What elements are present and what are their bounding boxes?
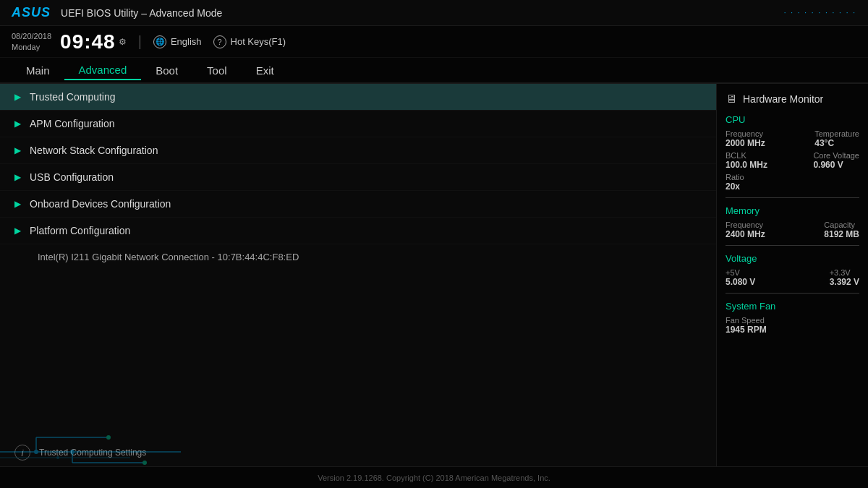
language-label: English bbox=[171, 36, 202, 47]
sub-item-label: Intel(R) I211 Gigabit Network Connection… bbox=[38, 252, 299, 262]
hw-monitor-title: Hardware Monitor bbox=[743, 93, 823, 105]
menu-item-label: USB Configuration bbox=[30, 171, 114, 183]
memory-row: Frequency 2400 MHz Capacity 8192 MB bbox=[726, 221, 859, 239]
monitor-icon: 🖥 bbox=[726, 93, 737, 106]
nav-item-advanced[interactable]: Advanced bbox=[64, 61, 142, 80]
time-display: 09:48 bbox=[60, 30, 116, 53]
hw-divider-memory bbox=[726, 245, 859, 246]
cpu-bclk-row: BCLK 100.0 MHz Core Voltage 0.960 V bbox=[726, 151, 859, 170]
fan-speed-label: Fan Speed bbox=[726, 316, 767, 325]
separator: | bbox=[138, 33, 142, 50]
arrow-icon: ▶ bbox=[14, 119, 21, 129]
svg-point-6 bbox=[70, 450, 75, 454]
main-layout: ▶ Trusted Computing ▶ APM Configuration … bbox=[0, 84, 868, 466]
svg-point-7 bbox=[106, 435, 111, 440]
cpu-bclk-label: BCLK bbox=[726, 151, 767, 160]
hotkeys-button[interactable]: ? Hot Keys(F1) bbox=[213, 35, 286, 48]
memory-frequency-label: Frequency bbox=[726, 221, 765, 229]
menu-item-label: Onboard Devices Configuration bbox=[30, 198, 171, 210]
header-title: UEFI BIOS Utility – Advanced Mode bbox=[61, 7, 222, 19]
cpu-ratio-value: 20x bbox=[726, 181, 744, 192]
arrow-icon: ▶ bbox=[14, 226, 21, 236]
fan-section-title: System Fan bbox=[726, 301, 859, 312]
cpu-ratio-row: Ratio 20x bbox=[726, 173, 859, 192]
memory-capacity-label: Capacity bbox=[824, 221, 859, 229]
menu-item-onboard[interactable]: ▶ Onboard Devices Configuration bbox=[0, 191, 716, 218]
voltage-section-title: Voltage bbox=[726, 253, 859, 264]
circuit-decoration-bottom bbox=[0, 430, 217, 466]
asus-logo: ASUS bbox=[12, 5, 51, 20]
globe-icon: 🌐 bbox=[153, 35, 166, 48]
fan-row: Fan Speed 1945 RPM bbox=[726, 316, 859, 335]
nav-item-main[interactable]: Main bbox=[12, 61, 64, 80]
arrow-icon: ▶ bbox=[14, 199, 21, 209]
hw-divider-cpu bbox=[726, 197, 859, 198]
cpu-temperature-label: Temperature bbox=[814, 129, 859, 138]
gear-icon[interactable]: ⚙ bbox=[119, 37, 127, 47]
cpu-core-voltage-label: Core Voltage bbox=[813, 151, 859, 160]
fan-speed-value: 1945 RPM bbox=[726, 325, 767, 335]
date: 08/20/2018 bbox=[12, 31, 51, 41]
sub-item-network: Intel(R) I211 Gigabit Network Connection… bbox=[0, 244, 716, 270]
memory-capacity-value: 8192 MB bbox=[824, 229, 859, 239]
menu-item-label: Platform Configuration bbox=[30, 225, 130, 236]
cpu-temperature-value: 43°C bbox=[814, 138, 859, 148]
cpu-frequency-value: 2000 MHz bbox=[726, 138, 765, 148]
svg-point-10 bbox=[56, 456, 59, 459]
language-button[interactable]: 🌐 English bbox=[153, 35, 202, 48]
menu-item-label: Trusted Computing bbox=[30, 91, 116, 103]
menu-item-usb[interactable]: ▶ USB Configuration bbox=[0, 164, 716, 191]
footer: Version 2.19.1268. Copyright (C) 2018 Am… bbox=[0, 466, 868, 488]
cpu-frequency-label: Frequency bbox=[726, 129, 765, 138]
memory-frequency-value: 2400 MHz bbox=[726, 229, 765, 239]
nav-item-boot[interactable]: Boot bbox=[141, 61, 192, 80]
svg-point-8 bbox=[142, 461, 147, 465]
help-icon: ? bbox=[213, 35, 226, 48]
memory-section-title: Memory bbox=[726, 205, 859, 216]
datetime-bar: 08/20/2018 Monday 09:48 ⚙ | 🌐 English ? … bbox=[0, 26, 868, 58]
v33-value: 3.392 V bbox=[830, 277, 859, 287]
menu-item-trusted-computing[interactable]: ▶ Trusted Computing bbox=[0, 84, 716, 111]
svg-point-5 bbox=[34, 450, 38, 454]
date-info: 08/20/2018 Monday bbox=[12, 31, 51, 52]
day: Monday bbox=[12, 42, 51, 52]
cpu-section-title: CPU bbox=[726, 114, 859, 125]
menu-item-apm[interactable]: ▶ APM Configuration bbox=[0, 111, 716, 137]
nav-item-exit[interactable]: Exit bbox=[242, 61, 289, 80]
header-bar: ASUS UEFI BIOS Utility – Advanced Mode ·… bbox=[0, 0, 868, 26]
hardware-monitor-panel: 🖥 Hardware Monitor CPU Frequency 2000 MH… bbox=[716, 84, 868, 466]
v5-label: +5V bbox=[726, 268, 755, 277]
menu-item-label: APM Configuration bbox=[30, 118, 115, 129]
hw-monitor-header: 🖥 Hardware Monitor bbox=[726, 93, 859, 106]
cpu-core-voltage-value: 0.960 V bbox=[813, 160, 859, 170]
arrow-icon: ▶ bbox=[14, 145, 21, 155]
menu-item-platform[interactable]: ▶ Platform Configuration bbox=[0, 218, 716, 244]
footer-text: Version 2.19.1268. Copyright (C) 2018 Am… bbox=[318, 474, 550, 482]
nav-item-tool[interactable]: Tool bbox=[192, 61, 242, 80]
hw-divider-voltage bbox=[726, 293, 859, 294]
menu-item-network-stack[interactable]: ▶ Network Stack Configuration bbox=[0, 137, 716, 164]
circuit-decoration-top: · · · · · · · · · · · bbox=[784, 9, 856, 17]
cpu-bclk-value: 100.0 MHz bbox=[726, 160, 767, 170]
v5-value: 5.080 V bbox=[726, 277, 755, 287]
v33-label: +3.3V bbox=[830, 268, 859, 277]
cpu-frequency-row: Frequency 2000 MHz Temperature 43°C bbox=[726, 129, 859, 148]
arrow-icon: ▶ bbox=[14, 172, 21, 182]
menu-item-label: Network Stack Configuration bbox=[30, 145, 158, 156]
header-right: · · · · · · · · · · · bbox=[784, 9, 856, 17]
nav-bar: Main Advanced Boot Tool Exit bbox=[0, 58, 868, 84]
cpu-ratio-label: Ratio bbox=[726, 173, 744, 181]
left-panel: ▶ Trusted Computing ▶ APM Configuration … bbox=[0, 84, 716, 466]
arrow-icon: ▶ bbox=[14, 92, 21, 102]
voltage-row: +5V 5.080 V +3.3V 3.392 V bbox=[726, 268, 859, 287]
hotkeys-label: Hot Keys(F1) bbox=[231, 36, 286, 47]
